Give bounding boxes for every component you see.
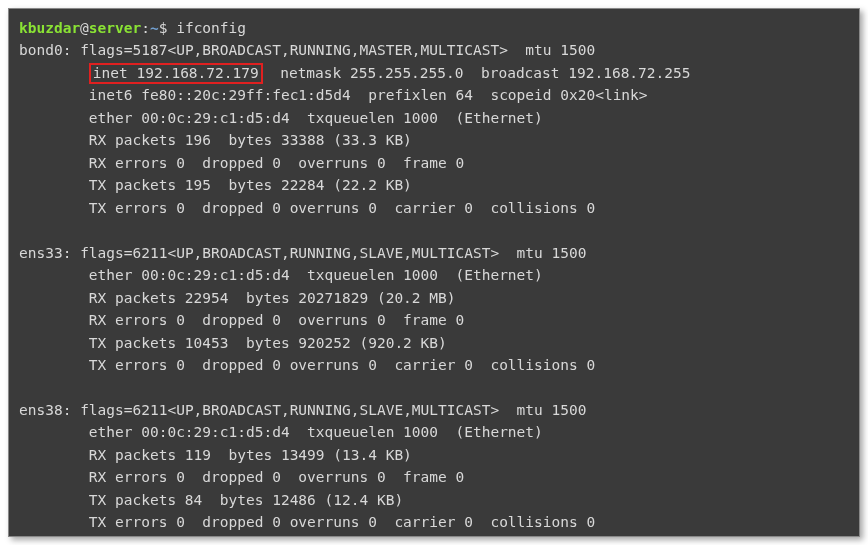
highlight-inet: inet 192.168.72.179 — [89, 63, 263, 84]
iface-ens38-header: ens38: flags=6211<UP,BROADCAST,RUNNING,S… — [19, 402, 586, 418]
iface-line: RX packets 196 bytes 33388 (33.3 KB) — [89, 132, 412, 148]
prompt-line: kbuzdar@server:~$ ifconfig — [19, 20, 246, 36]
prompt-at: @ — [80, 20, 89, 36]
terminal-window[interactable]: kbuzdar@server:~$ ifconfig bond0: flags=… — [8, 8, 860, 537]
iface-line: ether 00:0c:29:c1:d5:d4 txqueuelen 1000 … — [89, 110, 543, 126]
iface-line: RX errors 0 dropped 0 overruns 0 frame 0 — [89, 469, 464, 485]
iface-line: ether 00:0c:29:c1:d5:d4 txqueuelen 1000 … — [89, 424, 543, 440]
iface-flags: flags=6211<UP,BROADCAST,RUNNING,SLAVE,MU… — [80, 402, 586, 418]
prompt-user: kbuzdar — [19, 20, 80, 36]
iface-line: TX errors 0 dropped 0 overruns 0 carrier… — [89, 357, 595, 373]
iface-flags: flags=5187<UP,BROADCAST,RUNNING,MASTER,M… — [80, 42, 595, 58]
iface-line: TX errors 0 dropped 0 overruns 0 carrier… — [89, 514, 595, 530]
iface-name: bond0 — [19, 42, 63, 58]
iface-line: TX packets 10453 bytes 920252 (920.2 KB) — [89, 335, 447, 351]
iface-inet-rest: netmask 255.255.255.0 broadcast 192.168.… — [263, 65, 691, 81]
command-text: ifconfig — [176, 20, 246, 36]
iface-line: TX errors 0 dropped 0 overruns 0 carrier… — [89, 200, 595, 216]
iface-bond0-header: bond0: flags=5187<UP,BROADCAST,RUNNING,M… — [19, 42, 595, 58]
iface-name: ens38 — [19, 402, 63, 418]
prompt-host: server — [89, 20, 141, 36]
iface-line: TX packets 195 bytes 22284 (22.2 KB) — [89, 177, 412, 193]
iface-line: ether 00:0c:29:c1:d5:d4 txqueuelen 1000 … — [89, 267, 543, 283]
iface-line: RX packets 22954 bytes 20271829 (20.2 MB… — [89, 290, 456, 306]
iface-flags: flags=6211<UP,BROADCAST,RUNNING,SLAVE,MU… — [80, 245, 586, 261]
prompt-colon: : — [141, 20, 150, 36]
iface-line: TX packets 84 bytes 12486 (12.4 KB) — [89, 492, 403, 508]
iface-line: inet6 fe80::20c:29ff:fec1:d5d4 prefixlen… — [89, 87, 648, 103]
prompt-sigil: $ — [159, 20, 176, 36]
iface-line: RX packets 119 bytes 13499 (13.4 KB) — [89, 447, 412, 463]
iface-ens33-header: ens33: flags=6211<UP,BROADCAST,RUNNING,S… — [19, 245, 586, 261]
iface-line: RX errors 0 dropped 0 overruns 0 frame 0 — [89, 312, 464, 328]
iface-line: RX errors 0 dropped 0 overruns 0 frame 0 — [89, 155, 464, 171]
iface-name: ens33 — [19, 245, 63, 261]
prompt-path: ~ — [150, 20, 159, 36]
